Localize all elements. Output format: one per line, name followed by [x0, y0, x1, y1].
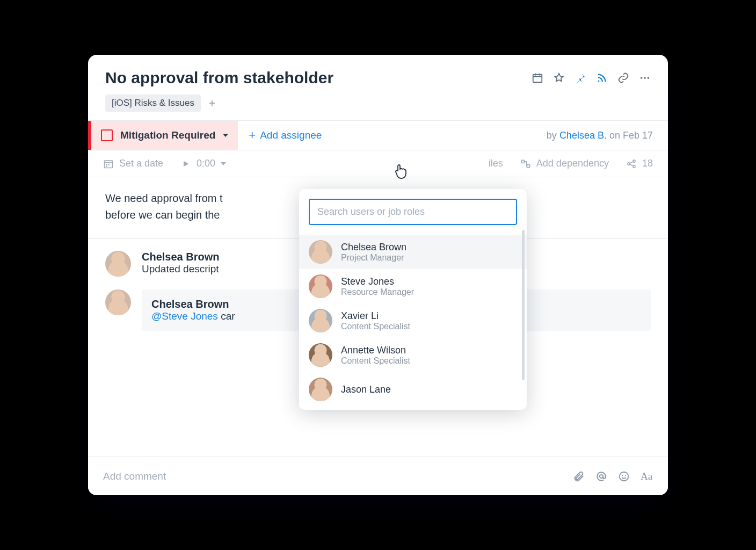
avatar — [309, 378, 332, 401]
assignee-name: Steve Jones — [341, 276, 414, 288]
play-icon — [180, 158, 191, 169]
svg-point-1 — [598, 81, 600, 82]
files-label: iles — [489, 158, 503, 169]
complete-checkbox[interactable] — [101, 129, 113, 141]
date-icon — [103, 158, 114, 169]
project-tag[interactable]: [iOS] Risks & Issues — [105, 95, 201, 112]
time-tracking-button[interactable]: 0:00 — [180, 158, 226, 169]
assignee-name: Jason Lane — [341, 383, 391, 396]
chevron-down-icon — [221, 162, 226, 165]
status-bar: Mitigation Required + Add assignee by Ch… — [88, 120, 668, 150]
svg-point-4 — [648, 77, 650, 79]
files-button[interactable]: iles — [489, 158, 503, 169]
svg-rect-7 — [108, 164, 110, 165]
assignee-option[interactable]: Xavier LiContent Specialist — [299, 303, 527, 338]
svg-rect-0 — [533, 75, 542, 83]
add-tag-button[interactable] — [206, 97, 218, 109]
add-dependency-button[interactable]: Add dependency — [520, 158, 609, 169]
dependency-label: Add dependency — [536, 158, 609, 169]
byline-prefix: by — [547, 130, 559, 141]
more-icon[interactable] — [639, 72, 651, 84]
avatar — [105, 251, 131, 277]
header-actions — [532, 72, 651, 84]
task-title: No approval from stakeholder — [105, 69, 532, 87]
share-button[interactable]: 18 — [626, 158, 653, 169]
comment-input[interactable]: Add comment — [103, 471, 572, 482]
byline: by Chelsea B. on Feb 17 — [532, 121, 668, 150]
set-date-button[interactable]: Set a date — [103, 158, 163, 169]
share-icon — [626, 158, 637, 169]
emoji-icon[interactable] — [617, 470, 630, 483]
svg-rect-10 — [527, 164, 529, 167]
assignee-search-input[interactable] — [309, 199, 517, 225]
assignee-name: Xavier Li — [341, 310, 410, 322]
set-date-label: Set a date — [119, 158, 163, 169]
assignee-option[interactable]: Annette WilsonContent Specialist — [299, 338, 527, 372]
svg-point-17 — [625, 475, 626, 476]
assignee-list: Chelsea BrownProject Manager Steve Jones… — [299, 235, 527, 407]
meta-row: Set a date 0:00 iles Add dependency 18 — [88, 150, 668, 177]
byline-date: on Feb 17 — [607, 130, 653, 141]
svg-point-16 — [622, 475, 623, 476]
share-count: 18 — [642, 158, 653, 169]
rss-icon[interactable] — [596, 72, 608, 84]
mention[interactable]: @Steve Jones — [151, 310, 218, 322]
svg-rect-8 — [106, 165, 107, 167]
avatar — [309, 343, 332, 367]
avatar — [309, 309, 332, 332]
status-dropdown[interactable]: Mitigation Required — [88, 121, 238, 150]
mention-icon[interactable] — [595, 470, 608, 483]
assignee-option[interactable]: Chelsea BrownProject Manager — [299, 235, 527, 269]
pin-icon[interactable] — [575, 72, 586, 84]
avatar — [309, 274, 332, 298]
assignee-role: Project Manager — [341, 253, 406, 263]
svg-point-3 — [644, 77, 646, 79]
status-label: Mitigation Required — [120, 129, 215, 141]
comment-bar: Add comment Aa — [88, 457, 668, 495]
comment-actions: Aa — [572, 470, 653, 483]
svg-point-2 — [641, 77, 643, 79]
add-assignee-button[interactable]: + Add assignee — [238, 121, 332, 150]
assignee-dropdown: Chelsea BrownProject Manager Steve Jones… — [299, 189, 527, 410]
link-icon[interactable] — [617, 72, 629, 84]
byline-author[interactable]: Chelsea B. — [559, 130, 607, 141]
assignee-option[interactable]: Jason Lane — [299, 372, 527, 407]
task-detail-window: No approval from stakeholder [iOS] Risks — [88, 55, 668, 495]
header: No approval from stakeholder — [88, 55, 668, 95]
time-label: 0:00 — [197, 158, 215, 169]
calendar-icon[interactable] — [532, 72, 543, 84]
format-icon[interactable]: Aa — [640, 470, 653, 483]
tags-row: [iOS] Risks & Issues — [88, 95, 668, 120]
svg-point-14 — [600, 474, 603, 477]
attachment-icon[interactable] — [572, 470, 585, 483]
assignee-role: Content Specialist — [341, 322, 410, 331]
plus-icon: + — [249, 129, 256, 141]
avatar — [309, 240, 332, 264]
assignee-role: Content Specialist — [341, 356, 410, 366]
star-icon[interactable] — [553, 72, 565, 84]
svg-point-15 — [620, 472, 629, 481]
scrollbar[interactable] — [522, 230, 525, 380]
chevron-down-icon — [223, 134, 228, 137]
svg-rect-6 — [106, 164, 107, 165]
assignee-role: Resource Manager — [341, 287, 414, 297]
svg-rect-9 — [521, 160, 524, 163]
assignee-option[interactable]: Steve JonesResource Manager — [299, 269, 527, 303]
assignee-name: Annette Wilson — [341, 344, 410, 357]
avatar — [105, 290, 131, 315]
dependency-icon — [520, 158, 531, 169]
add-assignee-label: Add assignee — [260, 129, 322, 141]
assignee-name: Chelsea Brown — [341, 241, 406, 254]
